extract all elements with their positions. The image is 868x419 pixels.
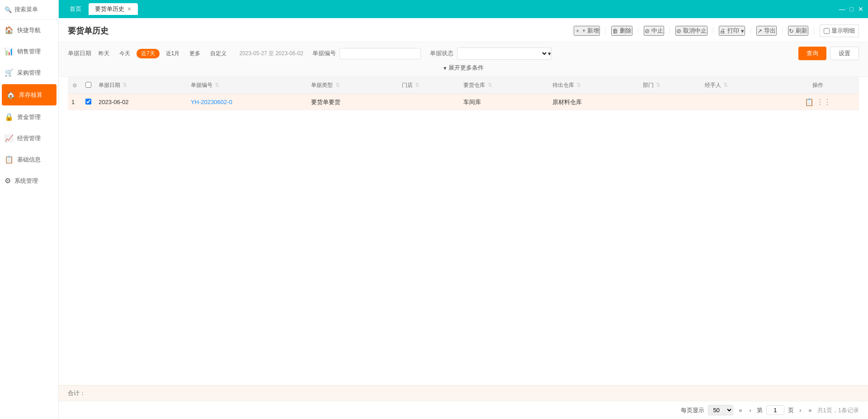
filter-row: 单据日期 昨天 今天 近7天 近1月 更多 自定义 2023-05-27 至 2… <box>68 47 859 60</box>
table-row: 1 2023-06-02 YH-20230602-0 要货单要货 车间库 <box>68 94 859 110</box>
display-detail-checkbox[interactable] <box>824 28 830 34</box>
th-checkbox <box>81 77 95 94</box>
refresh-button[interactable]: ↻ 刷新 <box>788 26 808 36</box>
sort-pending-warehouse-icon[interactable]: ⇅ <box>576 82 581 88</box>
date-range-text: 2023-05-27 至 2023-06-02 <box>239 50 303 57</box>
row-more-icon[interactable]: ⋮⋮ <box>816 98 831 106</box>
expand-button[interactable]: ▾ 展开更多条件 <box>443 64 484 72</box>
th-doc-date: 单据日期 ⇅ <box>95 77 187 94</box>
date-btn-last1m[interactable]: 近1月 <box>162 49 184 58</box>
sidebar-item-purchase[interactable]: 🛒 采购管理 <box>0 62 58 83</box>
date-filter-label: 单据日期 <box>68 49 91 57</box>
select-all-checkbox[interactable] <box>85 82 91 88</box>
status-label: 单据状态 <box>430 49 453 57</box>
th-dept-label: 部门 <box>643 82 654 88</box>
tab-home[interactable]: 首页 <box>63 3 88 15</box>
th-pending-warehouse: 待出仓库 ⇅ <box>549 77 639 94</box>
first-page-btn[interactable]: « <box>737 406 744 414</box>
date-btn-last7[interactable]: 近7天 <box>137 49 160 58</box>
cell-handler <box>701 94 776 110</box>
date-btn-more[interactable]: 更多 <box>186 49 204 58</box>
query-button[interactable]: 查询 <box>798 47 826 60</box>
sidebar-item-operations[interactable]: 📈 经营管理 <box>0 128 58 149</box>
sidebar-item-inventory[interactable]: 🏠 库存核算 <box>2 84 57 105</box>
row-checkbox[interactable] <box>85 99 91 105</box>
sort-doc-date-icon[interactable]: ⇅ <box>123 82 127 88</box>
last-page-btn[interactable]: » <box>807 406 813 414</box>
sidebar-item-system[interactable]: ⚙ 系统管理 <box>0 170 58 191</box>
th-handler: 经手人 ⇅ <box>701 77 776 94</box>
th-req-warehouse: 要货仓库 ⇅ <box>460 77 548 94</box>
th-actions: 操作 <box>776 77 859 94</box>
date-filter-group: 昨天 今天 近7天 近1月 更多 自定义 <box>95 49 230 58</box>
cell-actions: 📋 ⋮⋮ <box>776 94 859 110</box>
status-filter: 单据状态 ▾ <box>430 48 552 60</box>
doc-no-link[interactable]: YH-20230602-0 <box>191 99 232 105</box>
print-button[interactable]: 🖨 打印 ▾ <box>719 26 745 36</box>
stop-icon: ⊘ <box>645 28 650 34</box>
prev-page-btn[interactable]: ‹ <box>748 406 753 414</box>
th-doc-no-label: 单据编号 <box>191 82 212 88</box>
th-settings: ⚙ <box>68 77 81 94</box>
lock-icon: 🔒 <box>5 113 14 121</box>
delete-icon: 🗑 <box>612 28 618 34</box>
stop-button[interactable]: ⊘ 中止 <box>644 26 664 36</box>
doc-no-label: 单据编号 <box>312 49 336 57</box>
th-req-warehouse-label: 要货仓库 <box>463 82 485 88</box>
table-settings-icon[interactable]: ⚙ <box>72 82 77 89</box>
th-pending-warehouse-label: 待出仓库 <box>552 82 574 88</box>
display-detail-button[interactable]: 显示明细 <box>820 24 859 37</box>
th-store: 门店 ⇅ <box>398 77 460 94</box>
maximize-btn[interactable]: □ <box>850 5 854 13</box>
export-button[interactable]: ↗ 导出 <box>756 26 777 36</box>
sort-dept-icon[interactable]: ⇅ <box>656 82 660 88</box>
cell-index: 1 <box>68 94 81 110</box>
date-btn-today[interactable]: 今天 <box>116 49 134 58</box>
filter-area: 单据日期 昨天 今天 近7天 近1月 更多 自定义 2023-05-27 至 2… <box>59 42 868 77</box>
new-button[interactable]: ＋ + 新增 <box>574 26 600 36</box>
minimize-btn[interactable]: — <box>839 5 845 13</box>
sort-handler-icon[interactable]: ⇅ <box>723 82 728 88</box>
sidebar-item-basic-info[interactable]: 📋 基础信息 <box>0 149 58 170</box>
sort-store-icon[interactable]: ⇅ <box>415 82 420 88</box>
sort-doc-type-icon[interactable]: ⇅ <box>335 82 340 88</box>
date-btn-custom[interactable]: 自定义 <box>207 49 230 58</box>
cart-icon: 🛒 <box>5 68 14 77</box>
close-btn[interactable]: ✕ <box>858 5 863 13</box>
cell-pending-warehouse: 原材料仓库 <box>549 94 639 110</box>
pagination: 每页显示 20 50 100 « ‹ 第 页 › » 共1页，1条记录 <box>59 401 868 419</box>
header-actions: ＋ + 新增 🗑 删除 ⊘ 中止 ⊘ <box>574 24 859 37</box>
ops-icon: 📈 <box>5 134 14 143</box>
sidebar-item-quick-nav[interactable]: 🏠 快捷导航 <box>0 19 58 41</box>
row-edit-icon[interactable]: 📋 <box>805 98 814 106</box>
th-store-label: 门店 <box>402 82 413 88</box>
settings-button[interactable]: 设置 <box>830 47 859 60</box>
cell-store <box>398 94 460 110</box>
cancel-stop-icon: ⊘ <box>676 28 681 34</box>
sort-doc-no-icon[interactable]: ⇅ <box>215 82 219 88</box>
doc-no-input[interactable] <box>340 48 421 59</box>
th-doc-no: 单据编号 ⇅ <box>187 77 307 94</box>
sort-req-warehouse-icon[interactable]: ⇅ <box>488 82 492 88</box>
chart-icon: 📊 <box>5 47 14 56</box>
date-btn-yesterday[interactable]: 昨天 <box>95 49 113 58</box>
status-chevron-icon: ▾ <box>548 50 551 57</box>
print-icon: 🖨 <box>720 28 726 34</box>
tab-close-icon[interactable]: ✕ <box>127 6 132 12</box>
next-page-btn[interactable]: › <box>797 406 803 414</box>
delete-button[interactable]: 🗑 删除 <box>611 26 632 36</box>
page-size-select[interactable]: 20 50 100 <box>708 405 733 415</box>
page-info: 共1页，1条记录 <box>817 406 859 414</box>
sidebar-item-finance[interactable]: 🔒 资金管理 <box>0 106 58 128</box>
sidebar-item-sales[interactable]: 📊 销售管理 <box>0 41 58 62</box>
sidebar-search[interactable]: 🔍 搜索菜单 <box>0 0 58 19</box>
page-number-input[interactable] <box>766 405 784 415</box>
cancel-stop-button[interactable]: ⊘ 取消中止 <box>675 26 708 36</box>
main-area: 首页 要货单历史 ✕ — □ ✕ 要货单历史 ＋ + 新增 <box>59 0 868 419</box>
tab-history[interactable]: 要货单历史 ✕ <box>89 3 138 15</box>
status-select[interactable] <box>458 48 548 59</box>
export-icon: ↗ <box>757 28 762 34</box>
th-doc-date-label: 单据日期 <box>99 82 120 88</box>
date-range-display: 2023-05-27 至 2023-06-02 <box>239 50 303 57</box>
row-actions: 📋 ⋮⋮ <box>780 98 855 106</box>
